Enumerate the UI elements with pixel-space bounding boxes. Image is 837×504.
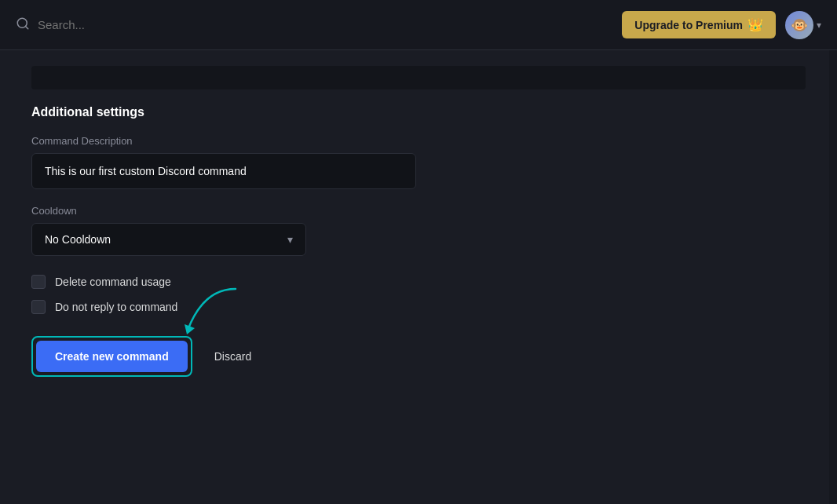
button-area: Create new command Discard [31,336,806,377]
create-new-command-button[interactable]: Create new command [36,341,188,372]
description-label: Command Description [31,135,806,147]
chevron-down-icon: ▾ [287,233,293,246]
description-input[interactable]: This is our first custom Discord command [31,153,416,189]
upgrade-button[interactable]: Upgrade to Premium 👑 [622,11,776,38]
upgrade-label: Upgrade to Premium [634,19,743,31]
scrollbar[interactable] [829,50,837,504]
search-icon [16,16,30,34]
header: Upgrade to Premium 👑 🐵 ▾ [0,0,837,50]
search-input[interactable] [38,18,195,31]
cooldown-label: Cooldown [31,205,806,217]
header-left [16,16,195,34]
chevron-down-icon: ▾ [817,20,821,31]
cooldown-select[interactable]: No Cooldown ▾ [31,223,306,256]
settings-section: Additional settings Command Description … [0,89,837,408]
avatar: 🐵 [785,11,813,39]
main-content: Additional settings Command Description … [0,50,837,504]
cooldown-value: No Cooldown [45,233,111,246]
create-btn-wrapper: Create new command [31,336,192,377]
top-bar-partial [31,66,806,89]
section-title: Additional settings [31,105,806,119]
delete-command-label: Delete command usage [55,276,171,288]
description-value: This is our first custom Discord command [45,165,247,177]
delete-command-row: Delete command usage [31,275,806,289]
no-reply-checkbox[interactable] [31,300,46,314]
svg-line-1 [25,26,27,28]
content-area: Additional settings Command Description … [0,50,837,504]
delete-command-checkbox[interactable] [31,275,46,289]
header-right: Upgrade to Premium 👑 🐵 ▾ [622,11,821,39]
crown-icon: 👑 [747,17,763,32]
avatar-wrap[interactable]: 🐵 ▾ [785,11,821,39]
discard-button[interactable]: Discard [202,341,264,372]
no-reply-row: Do not reply to command [31,300,806,314]
